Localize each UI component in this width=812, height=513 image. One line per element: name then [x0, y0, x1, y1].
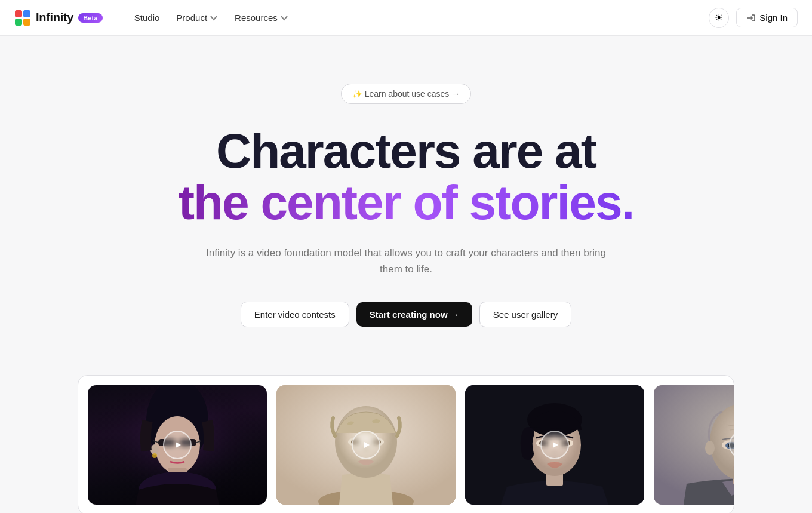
nav-studio[interactable]: Studio: [127, 9, 167, 26]
svg-rect-3: [23, 19, 30, 26]
sun-icon: ☀: [715, 12, 723, 23]
play-button-3[interactable]: [540, 431, 569, 459]
svg-marker-36: [553, 442, 558, 448]
nav-product[interactable]: Product: [169, 9, 225, 26]
nav-divider: [115, 11, 115, 25]
nav-resources[interactable]: Resources: [227, 9, 296, 26]
svg-rect-1: [23, 10, 30, 17]
logo-link[interactable]: Infinity Beta: [14, 10, 103, 26]
svg-marker-25: [364, 442, 370, 448]
gallery-card-4[interactable]: [654, 385, 734, 505]
nav-links: Studio Product Resources: [127, 9, 709, 26]
hero-section: ✨ Learn about use cases → Characters are…: [0, 36, 812, 351]
sign-in-label: Sign In: [759, 13, 788, 23]
svg-point-46: [705, 441, 715, 455]
logo-icon: [14, 10, 31, 26]
gallery-button[interactable]: See user gallery: [479, 302, 571, 327]
gallery-wrapper: [78, 375, 734, 513]
sign-in-button[interactable]: Sign In: [736, 8, 798, 27]
portrait-4: [654, 385, 734, 505]
play-button-1[interactable]: [163, 431, 192, 459]
gallery-section: [0, 351, 812, 513]
play-icon-3: [550, 440, 559, 450]
hero-subtitle: Infinity is a video foundation model tha…: [203, 245, 609, 277]
play-icon-2: [361, 440, 371, 450]
contests-button[interactable]: Enter video contests: [241, 302, 349, 327]
logo-text: Infinity: [36, 11, 73, 24]
gallery-card-3[interactable]: [465, 385, 644, 505]
beta-badge: Beta: [78, 13, 103, 23]
theme-toggle-button[interactable]: ☀: [709, 8, 729, 28]
chevron-down-icon-2: [280, 14, 288, 22]
hero-title: Characters are at the center of stories.: [179, 125, 634, 228]
hero-title-line2: the center of stories.: [179, 175, 634, 229]
hero-cta-group: Enter video contests Start creating now …: [241, 302, 571, 327]
navbar: Infinity Beta Studio Product Resources ☀: [0, 0, 812, 36]
play-button-2[interactable]: [352, 431, 380, 459]
svg-marker-17: [176, 442, 181, 448]
gallery-card-1[interactable]: [88, 385, 267, 505]
svg-point-16: [152, 453, 157, 458]
svg-rect-2: [15, 19, 22, 26]
nav-right: ☀ Sign In: [709, 8, 798, 28]
gallery-inner: [78, 376, 734, 513]
use-cases-text: ✨ Learn about use cases →: [352, 89, 460, 99]
chevron-down-icon: [210, 14, 218, 22]
sign-in-icon: [746, 13, 756, 23]
gallery-card-2[interactable]: [276, 385, 456, 505]
play-icon-1: [173, 440, 182, 450]
hero-title-line1: Characters are at: [216, 124, 596, 178]
creating-button[interactable]: Start creating now →: [356, 302, 472, 327]
svg-rect-0: [15, 10, 22, 17]
use-cases-pill[interactable]: ✨ Learn about use cases →: [341, 84, 471, 104]
